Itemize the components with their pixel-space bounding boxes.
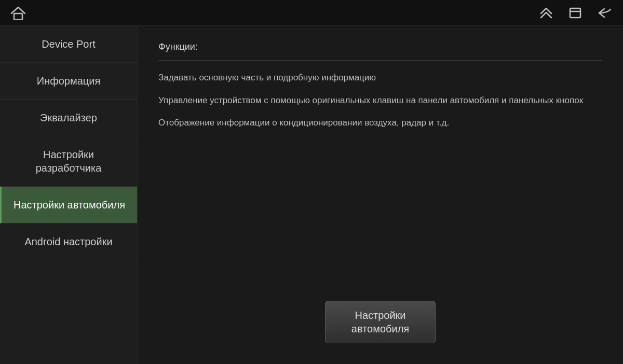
top-bar-left bbox=[10, 6, 26, 20]
content-text-1: Задавать основную часть и подробную инфо… bbox=[158, 71, 602, 85]
window-icon[interactable] bbox=[568, 6, 583, 20]
action-button-container: Настройкиавтомобиля bbox=[158, 290, 602, 348]
top-bar-right bbox=[539, 6, 613, 20]
content-area: Функции: Задавать основную часть и подро… bbox=[138, 26, 623, 364]
sidebar: Device Port Информация Эквалайзер Настро… bbox=[0, 26, 138, 364]
sidebar-item-developer-settings[interactable]: Настройки разработчика bbox=[0, 136, 137, 187]
up-icon[interactable] bbox=[539, 6, 553, 20]
content-text-3: Отображение информации о кондиционирован… bbox=[158, 116, 602, 130]
sidebar-item-car-settings[interactable]: Настройки автомобиля bbox=[0, 187, 137, 223]
svg-rect-1 bbox=[570, 8, 580, 18]
svg-rect-0 bbox=[14, 13, 22, 20]
sidebar-item-information[interactable]: Информация bbox=[0, 63, 137, 100]
car-settings-button[interactable]: Настройкиавтомобиля bbox=[325, 301, 436, 343]
functions-label: Функции: bbox=[158, 41, 602, 61]
back-icon[interactable] bbox=[597, 6, 613, 20]
sidebar-item-android-settings[interactable]: Android настройки bbox=[0, 223, 137, 260]
main-content: Device Port Информация Эквалайзер Настро… bbox=[0, 26, 623, 364]
top-bar bbox=[0, 0, 623, 26]
sidebar-item-device-port[interactable]: Device Port bbox=[0, 26, 137, 63]
home-button[interactable] bbox=[10, 6, 26, 20]
content-text-2: Управление устройством с помощью оригина… bbox=[158, 94, 602, 107]
content-body: Задавать основную часть и подробную инфо… bbox=[158, 71, 602, 290]
sidebar-item-equalizer[interactable]: Эквалайзер bbox=[0, 100, 137, 136]
